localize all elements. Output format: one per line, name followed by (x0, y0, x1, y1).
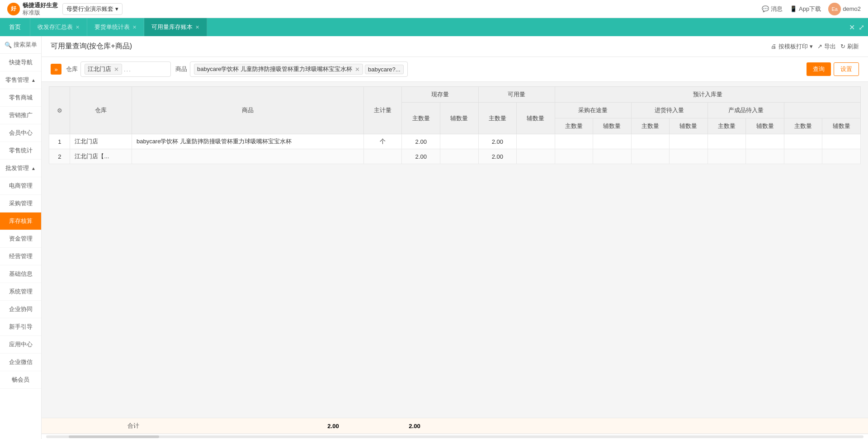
tab-可用量库存账本[interactable]: 可用量库存账本 ✕ (144, 18, 207, 36)
table-row: 2 江北门店【... 2.00 2.00 (49, 149, 861, 164)
sidebar-item-采购管理[interactable]: 采购管理 (0, 195, 41, 212)
sidebar-item-资金管理[interactable]: 资金管理 (0, 230, 41, 248)
th-goods: 商品 (132, 87, 363, 134)
goods-tag-1: babycare学饮杯 儿童防摔防撞吸管杯重力球吸嘴杯宝宝水杯 ✕ (194, 64, 363, 75)
table-row: 1 江北门店 babycare学饮杯 儿童防摔防撞吸管杯重力球吸嘴杯宝宝水杯 个… (49, 134, 861, 149)
sidebar-item-会员中心[interactable]: 会员中心 (0, 124, 41, 142)
sidebar-item-企业微信[interactable]: 企业微信 (0, 354, 41, 371)
page-header: 可用量查询(按仓库+商品) 🖨 按模板打印 ▾ ↗ 导出 ↻ 刷新 (42, 36, 868, 57)
row-warehouse: 江北门店 (70, 134, 132, 149)
row-pur-main (555, 149, 593, 164)
footer-scrollbar[interactable] (42, 434, 868, 439)
close-tab-2[interactable]: ✕ (132, 24, 137, 30)
row-inc-main (631, 134, 670, 149)
th-purchase-aux: 辅数量 (593, 118, 632, 134)
sidebar-item-基础信息[interactable]: 基础信息 (0, 265, 41, 283)
sidebar-item-shortcut[interactable]: 快捷导航 (0, 54, 41, 71)
row-prod-main (708, 149, 746, 164)
page-header-actions: 🖨 按模板打印 ▾ ↗ 导出 ↻ 刷新 (771, 42, 859, 51)
goods-input[interactable]: babycare学饮杯 儿童防摔防撞吸管杯重力球吸嘴杯宝宝水杯 ✕ babyca… (190, 61, 408, 77)
close-all-tabs[interactable]: ✕ (849, 23, 855, 32)
settings-icon[interactable]: ⚙ (57, 107, 62, 114)
tab-home[interactable]: 首页 (0, 18, 30, 36)
row-inc-aux (670, 149, 708, 164)
sidebar-item-零售商城[interactable]: 零售商城 (0, 89, 41, 107)
refresh-btn[interactable]: ↻ 刷新 (840, 42, 859, 51)
th-warehouse: 仓库 (70, 87, 132, 134)
chevron-icon: ▲ (31, 166, 36, 171)
row-avail-aux (517, 149, 555, 164)
sidebar-item-电商管理[interactable]: 电商管理 (0, 177, 41, 195)
row-no: 2 (49, 149, 70, 164)
th-planned-entry: 预计入库量 (555, 87, 860, 103)
nav-tabs: 首页 收发存汇总表 ✕ 要货单统计表 ✕ 可用量库存账本 ✕ ✕ ⤢ (0, 18, 868, 36)
warehouse-tag: 江北门店 ✕ (85, 64, 122, 75)
avatar: Ea (828, 3, 841, 15)
sidebar-item-营销推广[interactable]: 营销推广 (0, 107, 41, 124)
sidebar-item-畅会员[interactable]: 畅会员 (0, 371, 41, 389)
row-goods (132, 149, 363, 164)
row-cur-main: 2.00 (402, 134, 440, 149)
message-btn[interactable]: 💬 消息 (762, 5, 783, 13)
content-area: 可用量查询(按仓库+商品) 🖨 按模板打印 ▾ ↗ 导出 ↻ 刷新 (42, 36, 868, 439)
remove-goods-tag-1[interactable]: ✕ (355, 66, 360, 73)
top-bar-right: 💬 消息 📱 App下载 Ea demo2 (762, 3, 861, 15)
th-empty-main: 主数量 (784, 118, 822, 134)
user-profile[interactable]: Ea demo2 (828, 3, 861, 15)
th-avail-main: 主数量 (478, 103, 517, 134)
row-warehouse: 江北门店【... (70, 149, 132, 164)
chevron-down-icon: ▾ (115, 5, 118, 12)
tab-收发存汇总表[interactable]: 收发存汇总表 ✕ (30, 18, 87, 36)
filter-expand-btn[interactable]: » (51, 64, 61, 75)
logo-area: 好 畅捷通好生意 标准版 (7, 2, 58, 16)
row-no: 1 (49, 134, 70, 149)
row-cur-aux (440, 149, 479, 164)
sidebar-item-批发管理[interactable]: 批发管理 ▲ (0, 160, 41, 177)
main-layout: 🔍 搜索菜单 快捷导航 零售管理 ▲ 零售商城 营销推广 会员中心 零售统计 批… (0, 36, 868, 439)
expand-tabs[interactable]: ⤢ (859, 23, 864, 32)
setting-btn[interactable]: 设置 (834, 62, 859, 76)
warehouse-input[interactable]: 江北门店 ✕ ... (80, 61, 171, 77)
message-icon: 💬 (762, 5, 769, 12)
filter-bar: » 仓库 江北门店 ✕ ... 商品 babycare学饮杯 儿童防摔防撞吸管杯… (42, 57, 868, 82)
close-tab-3[interactable]: ✕ (195, 24, 199, 30)
th-purchase-main: 主数量 (555, 118, 593, 134)
th-empty-aux: 辅数量 (822, 118, 861, 134)
chevron-down-icon: ▾ (810, 43, 813, 50)
app-download-btn[interactable]: 📱 App下载 (790, 5, 821, 13)
th-incoming-pending: 进货待入量 (631, 103, 708, 118)
table-area: ⚙ 仓库 商品 主计量 现存量 可用量 预计入库量 主数量 辅数量 主数量 辅数… (42, 82, 868, 418)
store-selector[interactable]: 母婴行业演示账套 ▾ (62, 3, 123, 15)
row-pur-aux (593, 134, 632, 149)
sidebar-item-库存核算[interactable]: 库存核算 (0, 212, 41, 230)
row-goods: babycare学饮杯 儿童防摔防撞吸管杯重力球吸嘴杯宝宝水杯 (132, 134, 363, 149)
sidebar-item-新手引导[interactable]: 新手引导 (0, 318, 41, 336)
filter-actions: 查询 设置 (807, 62, 859, 76)
data-table: ⚙ 仓库 商品 主计量 现存量 可用量 预计入库量 主数量 辅数量 主数量 辅数… (49, 86, 861, 164)
tab-要货单统计表[interactable]: 要货单统计表 ✕ (87, 18, 144, 36)
sidebar-item-应用中心[interactable]: 应用中心 (0, 336, 41, 354)
warehouse-more[interactable]: ... (124, 66, 132, 73)
download-icon: 📱 (790, 5, 797, 12)
sidebar-item-企业协同[interactable]: 企业协同 (0, 301, 41, 318)
top-bar: 好 畅捷通好生意 标准版 母婴行业演示账套 ▾ 💬 消息 📱 App下载 Ea … (0, 0, 868, 18)
sidebar-item-经营管理[interactable]: 经营管理 (0, 248, 41, 265)
sidebar-item-零售统计[interactable]: 零售统计 (0, 142, 41, 160)
sidebar-item-系统管理[interactable]: 系统管理 (0, 283, 41, 301)
row-pur-main (555, 134, 593, 149)
query-btn[interactable]: 查询 (807, 62, 831, 76)
sidebar-item-零售管理[interactable]: 零售管理 ▲ (0, 71, 41, 89)
th-product-main: 主数量 (708, 118, 746, 134)
th-current-aux: 辅数量 (440, 103, 479, 134)
row-prod-aux (746, 134, 784, 149)
close-tab-1[interactable]: ✕ (75, 24, 80, 30)
th-purchase-transit: 采购在途量 (555, 103, 631, 118)
th-settings[interactable]: ⚙ (49, 87, 70, 134)
export-btn[interactable]: ↗ 导出 (817, 42, 836, 51)
remove-warehouse-tag[interactable]: ✕ (114, 66, 119, 73)
logo-icon: 好 (7, 3, 20, 15)
th-avail-aux: 辅数量 (517, 103, 555, 134)
template-print-btn[interactable]: 🖨 按模板打印 ▾ (771, 42, 813, 51)
sidebar-search[interactable]: 🔍 搜索菜单 (0, 36, 41, 54)
th-main-unit: 主计量 (363, 87, 402, 134)
